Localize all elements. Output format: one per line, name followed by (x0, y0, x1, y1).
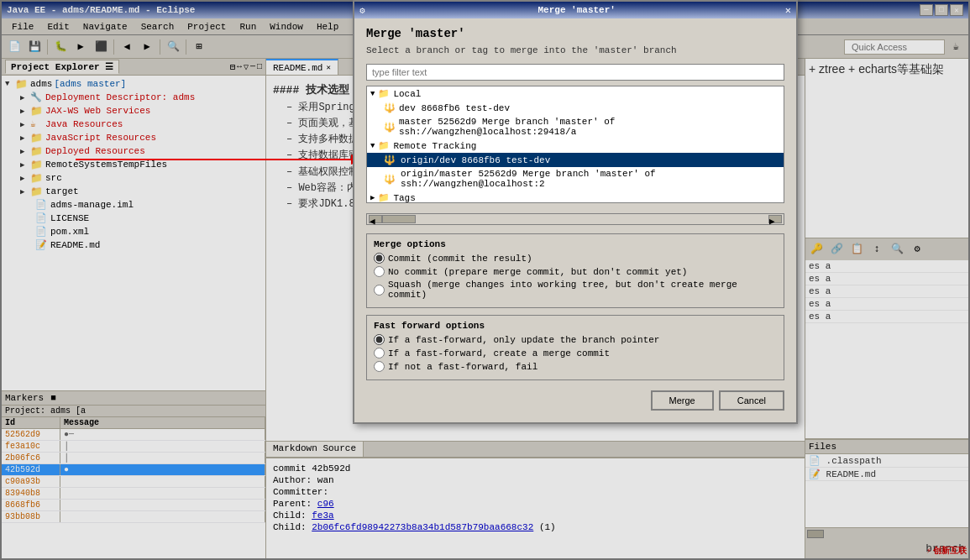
ff-options-title: Fast forward options (374, 321, 777, 331)
hscroll-left[interactable]: ◀ (369, 215, 382, 223)
branch-tree[interactable]: ▼ 📁 Local 🔱 dev 8668fb6 test-dev 🔱 maste… (366, 86, 784, 203)
modal-subtext: Select a branch or tag to merge into the… (366, 45, 784, 55)
origin-dev-label: origin/dev 8668fb6 test-dev (401, 155, 550, 165)
tags-section[interactable]: ▶ 📁 Tags (367, 191, 784, 203)
merge-nocommit-label: No commit (prepare merge commit, but don… (388, 267, 687, 277)
dev-branch-icon: 🔱 (384, 102, 396, 113)
master-branch-label: master 52562d9 Merge branch 'master' of … (399, 117, 780, 137)
modal-close-btn[interactable]: ✕ (785, 4, 791, 17)
branch-filter-input[interactable] (366, 64, 784, 81)
remote-tracking-label: Remote Tracking (393, 141, 476, 151)
remote-tracking-section[interactable]: ▼ 📁 Remote Tracking (367, 139, 784, 153)
tags-folder-icon: 📁 (378, 192, 390, 203)
dev-branch[interactable]: 🔱 dev 8668fb6 test-dev (367, 101, 784, 115)
ff-merge-label: If a fast-forward, create a merge commit (388, 348, 610, 359)
merge-commit-radio[interactable] (374, 253, 385, 264)
merge-opt-nocommit[interactable]: No commit (prepare merge commit, but don… (374, 266, 777, 277)
hscroll-thumb[interactable] (382, 215, 416, 223)
modal-overlay: ⚙ Merge 'master' ✕ Merge 'master' Select… (0, 0, 970, 560)
modal-title-text: Merge 'master' (537, 5, 615, 15)
origin-master-branch[interactable]: 🔱 origin/master 52562d9 Merge branch 'ma… (367, 167, 784, 191)
eclipse-window: Java EE - adms/README.md - Eclipse ─ □ ✕… (0, 0, 970, 560)
ff-merge-radio[interactable] (374, 348, 385, 359)
merge-opt-squash[interactable]: Squash (merge changes into working tree,… (374, 280, 777, 300)
cancel-button[interactable]: Cancel (719, 390, 784, 411)
merge-commit-label: Commit (commit the result) (388, 254, 532, 264)
remote-toggle[interactable]: ▼ (370, 142, 375, 150)
merge-squash-radio[interactable] (374, 285, 385, 296)
local-toggle[interactable]: ▼ (370, 90, 375, 98)
merge-opt-commit[interactable]: Commit (commit the result) (374, 253, 777, 264)
remote-folder-icon: 📁 (378, 140, 390, 151)
origin-master-icon: 🔱 (384, 174, 396, 185)
ff-fail-radio[interactable] (374, 361, 385, 372)
ff-options-group: Fast forward options If a fast-forward, … (366, 315, 784, 380)
local-folder-icon: 📁 (378, 88, 390, 99)
modal-title-bar: ⚙ Merge 'master' ✕ (354, 2, 796, 18)
dev-branch-label: dev 8668fb6 test-dev (399, 103, 510, 113)
tags-label: Tags (393, 193, 415, 203)
ff-update-label: If a fast-forward, only update the branc… (388, 335, 659, 345)
merge-options-group: Merge options Commit (commit the result)… (366, 233, 784, 308)
merge-options-title: Merge options (374, 239, 777, 249)
origin-dev-icon: 🔱 (384, 154, 396, 165)
origin-master-label: origin/master 52562d9 Merge branch 'mast… (401, 169, 780, 189)
ff-opt-merge[interactable]: If a fast-forward, create a merge commit (374, 348, 777, 359)
merge-squash-label: Squash (merge changes into working tree,… (388, 280, 777, 300)
merge-nocommit-radio[interactable] (374, 266, 385, 277)
tree-hscroll[interactable]: ◀ ▶ (366, 213, 784, 225)
local-label: Local (393, 89, 421, 99)
origin-dev-branch[interactable]: 🔱 origin/dev 8668fb6 test-dev (367, 153, 784, 167)
modal-title-icon: ⚙ (359, 5, 365, 16)
merge-dialog: ⚙ Merge 'master' ✕ Merge 'master' Select… (353, 0, 798, 424)
ff-opt-update[interactable]: If a fast-forward, only update the branc… (374, 334, 777, 345)
merge-button[interactable]: Merge (651, 390, 714, 411)
modal-buttons: Merge Cancel (366, 387, 784, 414)
master-branch[interactable]: 🔱 master 52562d9 Merge branch 'master' o… (367, 115, 784, 139)
local-section[interactable]: ▼ 📁 Local (367, 86, 784, 101)
modal-heading: Merge 'master' (366, 27, 784, 40)
tags-toggle[interactable]: ▶ (370, 193, 375, 202)
hscroll-right[interactable]: ▶ (768, 215, 782, 223)
master-branch-icon: 🔱 (384, 122, 396, 133)
modal-body: Merge 'master' Select a branch or tag to… (354, 18, 796, 422)
ff-opt-fail[interactable]: If not a fast-forward, fail (374, 361, 777, 372)
ff-update-radio[interactable] (374, 334, 385, 345)
ff-fail-label: If not a fast-forward, fail (388, 362, 537, 372)
